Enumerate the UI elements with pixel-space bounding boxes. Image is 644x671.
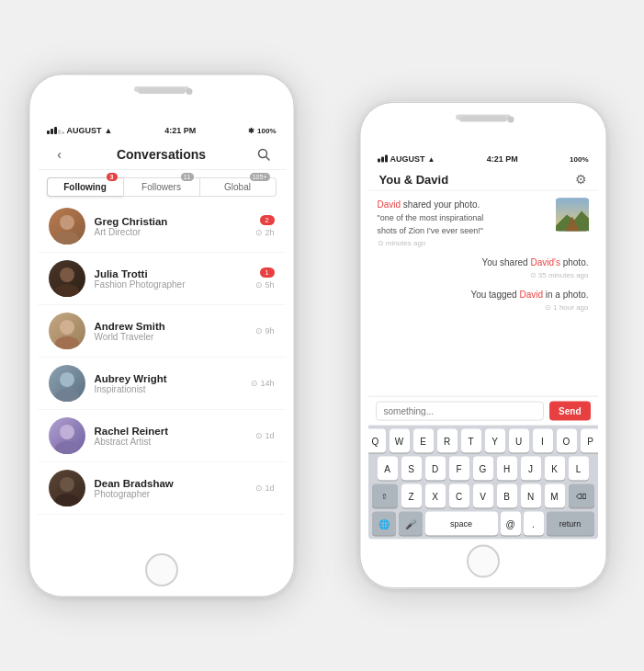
- keyboard: Q W E R T Y U I O P A S D F G H: [368, 426, 598, 540]
- conv-meta-greg: 2 ⊙ 2h: [255, 215, 275, 237]
- tab-global[interactable]: 105+ Global: [200, 177, 277, 197]
- avatar-aubrey: [49, 365, 85, 402]
- key-shift[interactable]: ⇧: [372, 484, 398, 508]
- key-globe[interactable]: 🌐: [372, 512, 396, 536]
- unread-greg: 2: [260, 215, 275, 225]
- signal-icon: [47, 127, 64, 134]
- key-t[interactable]: T: [461, 429, 481, 453]
- conv-item-rachel[interactable]: Rachel Reinert Abstract Artist ⊙ 1d: [38, 410, 286, 462]
- tab-following[interactable]: 3 Following: [47, 177, 123, 197]
- global-badge: 105+: [250, 173, 270, 181]
- right-screen: AUGUST ▲ 4:21 PM 100% You & David ⚙: [368, 150, 598, 540]
- avatar-rachel: [49, 417, 85, 454]
- key-l[interactable]: L: [569, 457, 589, 481]
- svg-point-7: [55, 336, 79, 349]
- msg-text-3: You tagged David in a photo.: [470, 289, 588, 301]
- key-s[interactable]: S: [401, 457, 422, 481]
- conv-item-julia[interactable]: Julia Trotti Fashion Photographer 1 ⊙ 5h: [38, 253, 286, 305]
- key-return[interactable]: return: [547, 512, 594, 536]
- key-z[interactable]: Z: [401, 484, 422, 508]
- gear-icon[interactable]: ⚙: [575, 172, 587, 187]
- search-button[interactable]: [253, 143, 275, 165]
- key-r[interactable]: R: [437, 429, 458, 453]
- camera-dot: [186, 88, 192, 95]
- home-button-right[interactable]: [467, 545, 500, 578]
- key-w[interactable]: W: [390, 429, 410, 453]
- following-badge: 3: [107, 173, 118, 181]
- tab-followers[interactable]: 11 Followers: [123, 177, 200, 197]
- key-f[interactable]: F: [449, 457, 469, 481]
- conv-sub-andrew: World Traveler: [95, 332, 246, 342]
- key-n[interactable]: N: [521, 484, 541, 508]
- chat-input[interactable]: [376, 402, 545, 421]
- home-button-left[interactable]: [145, 553, 178, 586]
- svg-point-2: [60, 215, 74, 230]
- bluetooth-icon: ✱: [248, 127, 254, 135]
- send-button[interactable]: Send: [549, 402, 590, 421]
- key-dot[interactable]: .: [524, 512, 544, 536]
- status-right-right: 100%: [570, 154, 588, 163]
- msg-incoming-1: David shared your photo. "one of the mos…: [378, 199, 589, 247]
- key-m[interactable]: M: [545, 484, 565, 508]
- back-button[interactable]: ‹: [49, 143, 71, 165]
- time-left: 4:21 PM: [164, 126, 196, 135]
- time-julia: ⊙ 5h: [255, 280, 275, 290]
- key-x[interactable]: X: [425, 484, 446, 508]
- key-space[interactable]: space: [425, 512, 498, 536]
- key-k[interactable]: K: [545, 457, 565, 481]
- key-y[interactable]: Y: [485, 429, 505, 453]
- status-left: AUGUST ▲: [47, 126, 113, 135]
- key-h[interactable]: H: [497, 457, 517, 481]
- conv-item-aubrey[interactable]: Aubrey Wright Inspirationist ⊙ 14h: [38, 358, 286, 410]
- chat-header: You & David ⚙: [368, 166, 598, 191]
- key-e[interactable]: E: [413, 429, 434, 453]
- chat-messages: David shared your photo. "one of the mos…: [368, 191, 598, 396]
- conv-sub-greg: Art Director: [95, 227, 246, 237]
- key-a[interactable]: A: [378, 457, 398, 481]
- key-p[interactable]: P: [581, 429, 598, 453]
- key-o[interactable]: O: [557, 429, 577, 453]
- key-i[interactable]: I: [533, 429, 553, 453]
- msg-row-1: David shared your photo. "one of the mos…: [378, 199, 589, 237]
- svg-point-4: [60, 267, 74, 282]
- status-right-left: ✱ 100%: [248, 127, 276, 135]
- msg-outgoing-2: You tagged David in a photo. ⊙ 1 hour ag…: [378, 289, 589, 312]
- svg-point-10: [60, 425, 74, 439]
- status-left-right: AUGUST ▲: [378, 154, 435, 164]
- key-v[interactable]: V: [473, 484, 493, 508]
- conv-meta-rachel: ⊙ 1d: [255, 431, 275, 440]
- key-row-3: ⇧ Z X C V B N M ⌫: [372, 484, 594, 508]
- avatar-andrew: [49, 313, 85, 349]
- wifi-icon-right: ▲: [428, 154, 435, 163]
- key-g[interactable]: G: [473, 457, 493, 481]
- key-c[interactable]: C: [449, 484, 469, 508]
- left-screen: AUGUST ▲ 4:21 PM ✱ 100% ‹ Conversations: [38, 121, 286, 544]
- right-phone: AUGUST ▲ 4:21 PM 100% You & David ⚙: [359, 102, 607, 589]
- unread-julia: 1: [260, 267, 275, 278]
- conv-meta-dean: ⊙ 1d: [255, 483, 275, 493]
- key-j[interactable]: J: [521, 457, 541, 481]
- key-q[interactable]: Q: [368, 429, 386, 453]
- time-right: 4:21 PM: [487, 154, 518, 164]
- conv-item-andrew[interactable]: Andrew Smith World Traveler ⊙ 9h: [38, 305, 286, 358]
- key-d[interactable]: D: [425, 457, 446, 481]
- msg-time-1: ⊙ minutes ago: [378, 239, 589, 247]
- conv-item-greg[interactable]: Greg Christian Art Director 2 ⊙ 2h: [38, 200, 286, 253]
- key-mic[interactable]: 🎤: [399, 512, 423, 536]
- key-at[interactable]: @: [501, 512, 521, 536]
- msg-text-1: David shared your photo. "one of the mos…: [378, 199, 550, 237]
- conv-info-julia: Julia Trotti Fashion Photographer: [95, 268, 246, 290]
- conv-item-dean[interactable]: Dean Bradshaw Photographer ⊙ 1d: [38, 462, 286, 515]
- conversations-title: Conversations: [71, 147, 253, 162]
- conv-sub-julia: Fashion Photographer: [95, 279, 246, 290]
- svg-point-11: [55, 441, 79, 454]
- conv-info-rachel: Rachel Reinert Abstract Artist: [95, 426, 246, 447]
- key-u[interactable]: U: [509, 429, 529, 453]
- key-backspace[interactable]: ⌫: [569, 484, 594, 508]
- svg-point-5: [55, 284, 79, 297]
- svg-point-12: [60, 477, 74, 492]
- msg-outgoing-1: You shared David's photo. ⊙ 35 minutes a…: [378, 256, 589, 279]
- key-b[interactable]: B: [497, 484, 517, 508]
- svg-point-9: [55, 389, 79, 402]
- conv-sub-dean: Photographer: [95, 489, 246, 499]
